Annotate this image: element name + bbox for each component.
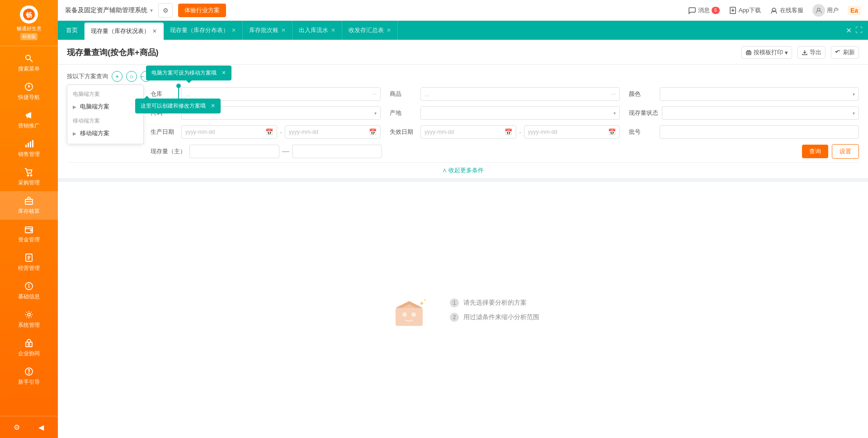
tab-recv-summary[interactable]: 收发存汇总表 ✕ bbox=[342, 21, 398, 40]
close-all-tabs-btn[interactable]: ✕ bbox=[846, 26, 852, 35]
step1-text: 请先选择要分析的方案 bbox=[463, 299, 527, 307]
sidebar-item-enterprise[interactable]: 企业协同 bbox=[0, 334, 58, 362]
color-select[interactable]: ▾ bbox=[660, 87, 859, 101]
tab-inventory-status-close[interactable]: ✕ bbox=[152, 28, 157, 34]
stock-qty-end-input[interactable] bbox=[292, 145, 382, 158]
message-button[interactable]: 消息 6 bbox=[688, 6, 720, 14]
goods-select[interactable]: ... ⋯ bbox=[420, 87, 620, 101]
sidebar-item-guide[interactable]: 新手引导 bbox=[0, 362, 58, 391]
compass-icon bbox=[24, 82, 34, 92]
beta-label: Ea bbox=[848, 6, 861, 15]
expire-date-sep: - bbox=[519, 129, 521, 136]
tab-home[interactable]: 首页 bbox=[60, 21, 85, 40]
sidebar-item-basic[interactable]: 基础信息 bbox=[0, 277, 58, 305]
tab-batch-ledger[interactable]: 库存批次账 ✕ bbox=[243, 21, 292, 40]
expire-date-start-input[interactable]: yyyy-mm-dd 📅 bbox=[420, 125, 516, 139]
experience-button[interactable]: 体验行业方案 bbox=[178, 4, 226, 17]
sidebar-item-sales-label: 销售管理 bbox=[18, 151, 40, 158]
origin-select-arrow: ▾ bbox=[613, 111, 616, 116]
origin-select[interactable]: ▾ bbox=[420, 106, 620, 120]
app-download-button[interactable]: App下载 bbox=[729, 6, 761, 14]
edit-scheme-btn[interactable]: ○ bbox=[126, 71, 137, 82]
search-button[interactable]: 查询 bbox=[802, 145, 828, 158]
report-icon bbox=[24, 253, 34, 263]
produce-date-start-input[interactable]: yyyy-mm-dd 📅 bbox=[181, 125, 277, 139]
sidebar-item-finance[interactable]: 资金管理 bbox=[0, 220, 58, 248]
collapse-bar[interactable]: ∧ 收起更多条件 bbox=[67, 162, 859, 178]
refresh-label: 刷新 bbox=[843, 48, 855, 57]
expire-date-end-calendar-icon: 📅 bbox=[608, 128, 616, 136]
scheme-item-desktop[interactable]: ▶ 电脑端方案 bbox=[67, 100, 143, 113]
enterprise-icon bbox=[24, 338, 34, 348]
settings-footer-btn[interactable]: ⚙ bbox=[10, 421, 23, 433]
sidebar: 畅 畅通好生意 标准版 搜索菜单 快捷导航 营销推广 bbox=[0, 0, 58, 438]
sidebar-item-sales[interactable]: 销售管理 bbox=[0, 134, 58, 163]
sidebar-item-inventory[interactable]: 库存核算 bbox=[0, 191, 58, 220]
system-name-text: 装备及固定资产辅助管理系统 bbox=[65, 6, 147, 14]
filter-row-4: 现存量（主） — 查询 设置 bbox=[151, 144, 859, 159]
svg-point-27 bbox=[28, 373, 29, 373]
sidebar-item-operations[interactable]: 经营管理 bbox=[0, 248, 58, 277]
sidebar-item-basic-label: 基础信息 bbox=[18, 293, 40, 301]
tab-recv-summary-close[interactable]: ✕ bbox=[387, 27, 391, 33]
sidebar-item-search[interactable]: 搜索菜单 bbox=[0, 49, 58, 77]
expand-icon-mobile: ▶ bbox=[73, 131, 76, 136]
cart-icon bbox=[24, 167, 34, 177]
produce-date-end-input[interactable]: yyyy-mm-dd 📅 bbox=[285, 125, 381, 139]
print-template-label: 按模板打印 bbox=[754, 48, 783, 57]
filter-color: 颜色 ▾ bbox=[629, 87, 859, 101]
filter-produce-date: 生产日期 yyyy-mm-dd 📅 - yyyy-mm-dd 📅 bbox=[151, 125, 381, 139]
guide-dot bbox=[176, 84, 181, 88]
sidebar-item-system-label: 系统管理 bbox=[18, 321, 40, 329]
tab-inventory-dist[interactable]: 现存量（库存分布表） ✕ bbox=[164, 21, 243, 40]
collapse-sidebar-btn[interactable]: ◀ bbox=[35, 421, 47, 433]
stock-status-select[interactable]: ▾ bbox=[662, 106, 859, 120]
sidebar-item-purchase[interactable]: 采购管理 bbox=[0, 163, 58, 191]
warehouse-label: 仓库 bbox=[151, 90, 178, 98]
export-button[interactable]: 导出 bbox=[797, 46, 826, 59]
print-template-arrow: ▾ bbox=[785, 49, 788, 56]
tab-inventory-dist-label: 现存量（库存分布表） bbox=[170, 26, 229, 34]
tab-inventory-status[interactable]: 现存量（库存状况表） ✕ bbox=[85, 23, 164, 40]
app-download-label: App下载 bbox=[739, 6, 761, 14]
print-template-button[interactable]: 按模板打印 ▾ bbox=[741, 46, 792, 59]
add-scheme-btn[interactable]: + bbox=[112, 71, 123, 82]
sidebar-item-quicknav[interactable]: 快捷导航 bbox=[0, 77, 58, 106]
produce-date-label: 生产日期 bbox=[151, 128, 178, 136]
tab-inout-flow[interactable]: 出入库流水 ✕ bbox=[292, 21, 342, 40]
scheme-item-desktop-label: 电脑端方案 bbox=[80, 103, 109, 111]
reset-button[interactable]: 设置 bbox=[832, 144, 859, 159]
tab-inventory-dist-close[interactable]: ✕ bbox=[231, 27, 236, 33]
scheme-item-mobile[interactable]: ▶ 移动端方案 bbox=[67, 127, 143, 140]
user-menu[interactable]: 用户 bbox=[812, 4, 839, 17]
tab-inout-flow-close[interactable]: ✕ bbox=[331, 27, 335, 33]
refresh-button[interactable]: 刷新 bbox=[831, 46, 859, 59]
expire-date-end-input[interactable]: yyyy-mm-dd 📅 bbox=[524, 125, 620, 139]
system-name-dropdown-icon[interactable]: ▾ bbox=[150, 7, 153, 14]
online-service-button[interactable]: 在线客服 bbox=[770, 6, 803, 14]
filter-header: 按以下方案查询 + ○ ←← 电脑方案可设为移动方案哦 ✕ bbox=[67, 71, 859, 82]
tab-batch-ledger-close[interactable]: ✕ bbox=[281, 27, 286, 33]
expand-icon: ▶ bbox=[73, 104, 76, 109]
sidebar-item-inventory-label: 库存核算 bbox=[18, 207, 40, 215]
sidebar-item-system[interactable]: 系统管理 bbox=[0, 305, 58, 334]
page-title-row: 现存量查询(按仓库+商品) 按模板打印 ▾ 导出 刷新 bbox=[67, 46, 859, 59]
scheme-item-mobile-label: 移动端方案 bbox=[80, 129, 109, 137]
create-tooltip-text: 这里可以创建和修改方案哦 bbox=[141, 103, 206, 109]
expire-date-label: 失效日期 bbox=[390, 128, 417, 136]
stock-qty-start-input[interactable] bbox=[189, 145, 279, 158]
sidebar-item-marketing-label: 营销推广 bbox=[18, 122, 40, 130]
search-icon bbox=[24, 53, 34, 63]
scheme-tooltip-close[interactable]: ✕ bbox=[222, 70, 226, 76]
sidebar-item-search-label: 搜索菜单 bbox=[18, 65, 40, 73]
maximize-btn[interactable]: ⛶ bbox=[855, 26, 863, 34]
produce-date-end-placeholder: yyyy-mm-dd bbox=[289, 129, 318, 135]
filter-area: 按以下方案查询 + ○ ←← 电脑方案可设为移动方案哦 ✕ ↑ 电脑端方案 ▶ … bbox=[58, 65, 868, 178]
goods-label: 商品 bbox=[390, 90, 417, 98]
filter-row-1: 仓库 ... ⋯ 商品 ... ⋯ bbox=[151, 87, 859, 101]
message-badge: 6 bbox=[712, 7, 720, 14]
sidebar-item-marketing[interactable]: 营销推广 bbox=[0, 106, 58, 134]
batch-no-input[interactable] bbox=[660, 125, 859, 139]
create-tooltip-close[interactable]: ✕ bbox=[211, 103, 215, 109]
gear-button[interactable]: ⚙ bbox=[158, 3, 173, 18]
